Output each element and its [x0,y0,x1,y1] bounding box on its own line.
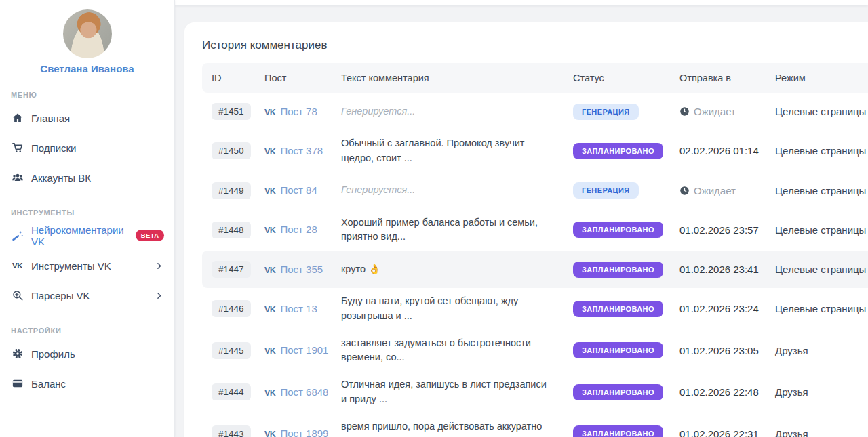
row-id-badge: #1447 [212,261,251,278]
vk-icon [264,145,275,157]
sidebar-item-subscriptions[interactable]: Подписки [0,133,174,163]
post-link-label: Пост 78 [280,106,317,117]
table-row: #1449 Пост 84 Генерируется... ГЕНЕРАЦИЯ … [202,172,868,209]
comment-text: Буду на пати, крутой сет обещают, жду ро… [341,294,558,324]
status-badge: ЗАПЛАНИРОВАНО [573,262,663,278]
post-link[interactable]: Пост 6848 [264,386,328,398]
post-link-label: Пост 28 [280,224,317,235]
vk-icon [264,428,275,437]
table-row: #1451 Пост 78 Генерируется... ГЕНЕРАЦИЯ … [202,93,868,130]
post-link[interactable]: Пост 28 [264,224,317,235]
user-name-link[interactable]: Светлана Иванова [0,63,174,75]
mode-cell: Целевые страницы [775,145,868,157]
send-time-label: 01.02.2026 23:41 [679,264,759,275]
send-time-cell: Ожидает [679,106,775,117]
row-id-badge: #1444 [212,383,251,400]
send-time-label: 01.02.2026 23:57 [679,224,759,236]
page-title: История комментариев [202,39,868,52]
status-badge: ЗАПЛАНИРОВАНО [573,222,663,238]
mode-cell: Целевые страницы [775,224,868,236]
row-id-badge: #1443 [212,425,251,437]
send-time-label: Ожидает [694,185,736,196]
clock-icon [679,186,690,196]
post-link[interactable]: Пост 355 [264,264,323,275]
section-label-tools: ИНСТРУМЕНТЫ [11,209,163,217]
row-id-badge: #1451 [212,103,251,120]
column-header-mode: Режим [775,72,868,83]
table-row: #1446 Пост 13 Буду на пати, крутой сет о… [202,288,868,330]
post-link[interactable]: Пост 1899 [264,428,328,437]
top-bar [175,0,868,5]
comment-text: Отличная идея, запишусь в лист предзапис… [341,377,558,407]
table-body: #1451 Пост 78 Генерируется... ГЕНЕРАЦИЯ … [202,93,868,437]
mode-cell: Целевые страницы [775,303,868,314]
send-time-label: 01.02.2026 22:31 [679,428,759,437]
sidebar-item-label: Нейрокомментарии VK [31,224,124,247]
row-id-badge: #1446 [212,300,251,317]
row-id-badge: #1450 [212,142,251,159]
sidebar-item-vk-parsers[interactable]: Парсеры VK [0,280,174,310]
post-link-label: Пост 6848 [280,386,328,398]
post-link-label: Пост 13 [280,303,317,314]
content-card: История комментариев ID Пост Текст комме… [184,22,868,437]
section-label-menu: МЕНЮ [11,91,163,99]
section-label-settings: НАСТРОЙКИ [11,327,163,335]
sidebar-item-label: Аккаунты ВК [31,172,91,184]
send-time-cell: 01.02.2026 23:57 [679,224,775,236]
vk-icon [264,344,275,356]
sidebar-item-vk-tools[interactable]: Инструменты VK [0,251,174,280]
comment-text: время пришло, пора действовать аккуратно… [341,419,558,437]
status-badge: ЗАПЛАНИРОВАНО [573,301,663,317]
sidebar-item-profile[interactable]: Профиль [0,339,174,369]
status-badge: ЗАПЛАНИРОВАНО [573,143,663,159]
comment-text: Хороший пример баланса работы и семьи, п… [341,215,558,245]
vk-icon [264,303,275,314]
sidebar-item-home[interactable]: Главная [0,103,174,133]
sidebar: Светлана Иванова МЕНЮ Главная Подписки [0,0,175,437]
post-link-label: Пост 1901 [280,344,328,356]
post-link[interactable]: Пост 1901 [264,344,328,356]
send-time-cell: 01.02.2026 23:41 [679,264,775,275]
comment-text: заставляет задуматься о быстротечности в… [341,336,558,366]
table-row: #1448 Пост 28 Хороший пример баланса раб… [202,209,868,251]
send-time-cell: 01.02.2026 23:24 [679,303,775,314]
post-link[interactable]: Пост 13 [264,303,317,314]
post-link-label: Пост 378 [280,145,323,157]
users-icon [11,171,24,184]
mode-cell: Целевые страницы [775,264,868,275]
comment-text: Генерируется... [341,183,558,198]
mode-cell: Друзья [775,345,868,356]
status-badge: ЗАПЛАНИРОВАНО [573,425,663,437]
vk-icon [264,264,275,275]
post-link[interactable]: Пост 84 [264,184,317,196]
vk-icon [264,106,275,117]
table-row: #1444 Пост 6848 Отличная идея, запишусь … [202,371,868,413]
post-link[interactable]: Пост 378 [264,145,323,157]
column-header-text: Текст комментария [341,72,573,83]
comment-text: Генерируется... [341,104,558,119]
post-link[interactable]: Пост 78 [264,106,317,117]
send-time-cell: 01.02.2026 23:05 [679,345,775,356]
table-row: #1447 Пост 355 круто 👌 ЗАПЛАНИРОВАНО 01.… [202,251,868,288]
send-time-label: 01.02.2026 23:05 [679,345,759,356]
row-id-badge: #1449 [212,182,251,199]
row-id-badge: #1448 [212,222,251,238]
avatar[interactable] [63,9,112,58]
chevron-right-icon [155,291,163,300]
home-icon [11,112,24,125]
sidebar-item-balance[interactable]: Баланс [0,369,174,398]
gear-icon [11,348,24,360]
column-header-status: Статус [573,72,679,83]
sidebar-item-label: Главная [31,112,70,124]
sidebar-item-label: Парсеры VK [31,290,90,301]
status-badge: ЗАПЛАНИРОВАНО [573,342,663,358]
magic-wand-icon [11,230,24,243]
post-link-label: Пост 355 [280,264,323,275]
table-row: #1443 Пост 1899 время пришло, пора дейст… [202,413,868,437]
sidebar-item-vk-accounts[interactable]: Аккаунты ВК [0,163,174,192]
column-header-id: ID [212,72,264,83]
sidebar-item-neurocomments-vk[interactable]: Нейрокомментарии VK BETA [0,221,174,251]
post-link-label: Пост 1899 [280,428,328,437]
beta-badge: BETA [136,230,165,241]
wallet-icon [11,377,24,390]
